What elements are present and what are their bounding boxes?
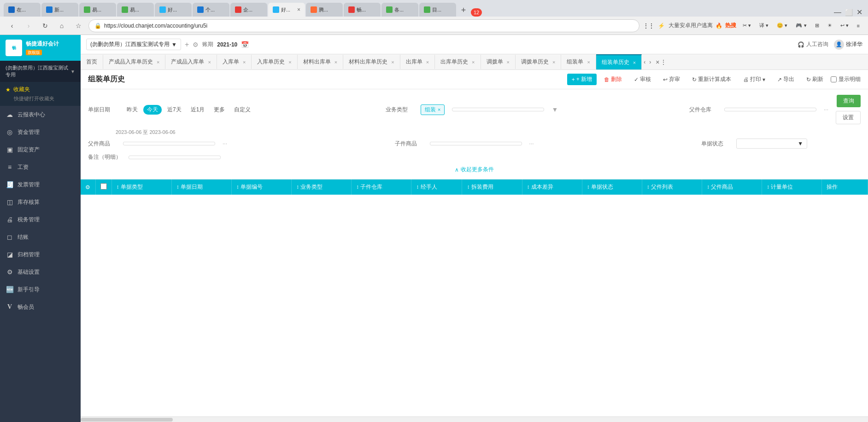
tab-assemble-close[interactable]: × bbox=[507, 59, 510, 65]
show-detail-input[interactable] bbox=[831, 76, 837, 82]
date-btn-7days[interactable]: 近7天 bbox=[164, 105, 185, 115]
browser-extension-btn[interactable]: ⚡ bbox=[658, 23, 665, 29]
th-order-date[interactable]: ↕ 单据日期 bbox=[171, 179, 231, 195]
add-button[interactable]: + + 新增 bbox=[567, 74, 597, 85]
forward-button[interactable]: › bbox=[22, 19, 35, 32]
browser-tab-10[interactable]: 畅... bbox=[344, 3, 381, 17]
translate-tool[interactable]: 译 ▾ bbox=[757, 21, 771, 30]
th-child-warehouse[interactable]: ↕ 子件仓库 bbox=[352, 179, 411, 195]
tab-kit-history-close[interactable]: × bbox=[633, 60, 636, 65]
tab-outbound-history-close[interactable]: × bbox=[472, 59, 475, 65]
url-bar[interactable]: 🔒 https://cloud.chanjet.com/accounting/u… bbox=[88, 19, 639, 32]
close-browser-button[interactable]: ✕ bbox=[856, 8, 862, 17]
th-parent-product[interactable]: ↕ 父件商品 bbox=[702, 179, 762, 195]
date-btn-yesterday[interactable]: 昨天 bbox=[123, 105, 141, 115]
browser-tab-5[interactable]: 好... bbox=[155, 3, 192, 17]
tab-prod-inbound[interactable]: 产成品入库单 × bbox=[165, 55, 217, 69]
show-detail-checkbox[interactable]: 显示明细 bbox=[831, 75, 861, 83]
back-button[interactable]: ‹ bbox=[6, 19, 18, 32]
home-button[interactable]: ⌂ bbox=[55, 19, 68, 32]
tab-assemble[interactable]: 调拨单 × bbox=[481, 55, 516, 69]
tab-scroll-left[interactable]: ‹ bbox=[642, 56, 647, 68]
grid-tool[interactable]: ⊞ bbox=[812, 22, 822, 29]
th-cost-diff[interactable]: ↕ 成本差异 bbox=[522, 179, 582, 195]
th-handler[interactable]: ↕ 经手人 bbox=[411, 179, 462, 195]
th-order-status[interactable]: ↕ 单据状态 bbox=[582, 179, 642, 195]
scissors-tool[interactable]: ✂ ▾ bbox=[740, 22, 754, 29]
tab-outbound[interactable]: 出库单 × bbox=[400, 55, 435, 69]
parent-product-input[interactable] bbox=[123, 142, 215, 145]
tab-outbound-history[interactable]: 出库单历史 × bbox=[435, 55, 481, 69]
tab-assemble-history-close[interactable]: × bbox=[552, 59, 555, 65]
reload-button[interactable]: ↻ bbox=[39, 19, 52, 32]
tab-inbound-close[interactable]: × bbox=[243, 59, 246, 65]
favorites-shortcut[interactable]: 快捷键打开收藏夹 bbox=[6, 95, 75, 102]
th-checkbox[interactable] bbox=[95, 179, 111, 195]
browser-tab-7[interactable]: 企... bbox=[230, 3, 267, 17]
browser-tab-11[interactable]: 各... bbox=[381, 3, 418, 17]
browser-tab-1[interactable]: 在... bbox=[4, 3, 41, 17]
th-column-settings[interactable]: ⚙ bbox=[81, 179, 95, 195]
new-tab-button[interactable]: + bbox=[457, 4, 470, 17]
collapse-button[interactable]: ∧ 收起更多条件 bbox=[88, 166, 861, 173]
tab-material-outbound-close[interactable]: × bbox=[334, 59, 337, 65]
tab-outbound-close[interactable]: × bbox=[426, 59, 429, 65]
add-company-icon[interactable]: + bbox=[185, 40, 189, 49]
delete-button[interactable]: 🗑 删除 bbox=[599, 74, 627, 85]
bottom-scrollbar[interactable] bbox=[81, 416, 868, 422]
refresh-button[interactable]: ↻ 刷新 bbox=[802, 74, 828, 85]
tab-assemble-history[interactable]: 调拨单历史 × bbox=[516, 55, 561, 69]
bookmark-button[interactable]: ☆ bbox=[72, 19, 85, 32]
sidebar-item-invoice[interactable]: 🧾 发票管理 bbox=[0, 176, 81, 193]
sidebar-item-cloud-reports[interactable]: ☁ 云报表中心 bbox=[0, 106, 81, 123]
sidebar-item-funds[interactable]: ◎ 资金管理 bbox=[0, 123, 81, 141]
sidebar-item-archive[interactable]: ◪ 归档管理 bbox=[0, 246, 81, 263]
date-btn-today[interactable]: 今天 bbox=[143, 105, 162, 115]
abandon-button[interactable]: ↩ 弃审 bbox=[658, 74, 685, 85]
business-type-input[interactable] bbox=[452, 108, 544, 111]
sidebar-item-accounts[interactable]: ◻ 结账 bbox=[0, 228, 81, 246]
th-order-type[interactable]: ↕ 单据类型 bbox=[111, 179, 171, 195]
brightness-tool[interactable]: ☀ bbox=[825, 22, 835, 29]
emoji-tool[interactable]: 😊 ▾ bbox=[774, 22, 790, 29]
audit-button[interactable]: ✓ 审核 bbox=[629, 74, 656, 85]
game-tool[interactable]: 🎮 ▾ bbox=[793, 22, 809, 29]
tab-inbound-history[interactable]: 入库单历史 × bbox=[252, 55, 297, 69]
parent-warehouse-input[interactable] bbox=[724, 108, 816, 111]
remark-input[interactable] bbox=[129, 156, 221, 159]
th-disassemble-fee[interactable]: ↕ 拆装费用 bbox=[462, 179, 522, 195]
date-btn-more[interactable]: 更多 bbox=[210, 105, 229, 115]
browser-tab-6[interactable]: 个... bbox=[193, 3, 229, 17]
tab-prod-inbound-history-close[interactable]: × bbox=[157, 59, 159, 65]
tab-more-menu[interactable]: ⋮ bbox=[660, 58, 667, 66]
sidebar-item-fixed-assets[interactable]: ▣ 固定资产 bbox=[0, 141, 81, 158]
tab-inbound-history-close[interactable]: × bbox=[288, 59, 291, 65]
browser-tab-9[interactable]: 腾... bbox=[306, 3, 343, 17]
user-info[interactable]: 👤 徐泽华 bbox=[834, 40, 862, 50]
browser-tab-8[interactable]: 好... × bbox=[268, 3, 305, 17]
query-button[interactable]: 查询 bbox=[837, 95, 861, 107]
sidebar-item-payroll[interactable]: ≡ 工资 bbox=[0, 158, 81, 176]
date-btn-custom[interactable]: 自定义 bbox=[230, 105, 254, 115]
browser-tab-12[interactable]: 目... bbox=[419, 3, 456, 17]
settings-button[interactable]: 设置 bbox=[836, 111, 861, 124]
tab-home[interactable]: 首页 bbox=[81, 55, 103, 69]
tab-material-outbound-history-close[interactable]: × bbox=[391, 59, 394, 65]
tab-inbound[interactable]: 入库单 × bbox=[217, 55, 252, 69]
business-type-tag-close[interactable]: × bbox=[438, 107, 440, 112]
browser-tab-3[interactable]: 易... bbox=[79, 3, 116, 17]
maximize-button[interactable]: ⬜ bbox=[845, 9, 853, 16]
print-button[interactable]: 🖨 打印 ▾ bbox=[739, 74, 770, 85]
date-btn-1month[interactable]: 近1月 bbox=[187, 105, 209, 115]
browser-tab-4[interactable]: 易... bbox=[117, 3, 154, 17]
company-selector[interactable]: (勿删勿禁用）江西服宝测试专用 ▼ bbox=[86, 39, 181, 50]
sidebar-item-inventory[interactable]: ◫ 库存核算 bbox=[0, 193, 81, 211]
browser-tab-8-close[interactable]: × bbox=[297, 6, 300, 13]
company-settings-icon[interactable]: ⚙ bbox=[193, 41, 199, 48]
select-all-checkbox[interactable] bbox=[100, 183, 107, 190]
parent-warehouse-dots[interactable]: ··· bbox=[824, 106, 828, 113]
th-business-type[interactable]: ↕ 业务类型 bbox=[291, 179, 351, 195]
calendar-icon[interactable]: 📅 bbox=[241, 41, 249, 48]
child-product-input[interactable] bbox=[430, 142, 522, 145]
sidebar-item-guide[interactable]: 🆕 新手引导 bbox=[0, 281, 81, 298]
